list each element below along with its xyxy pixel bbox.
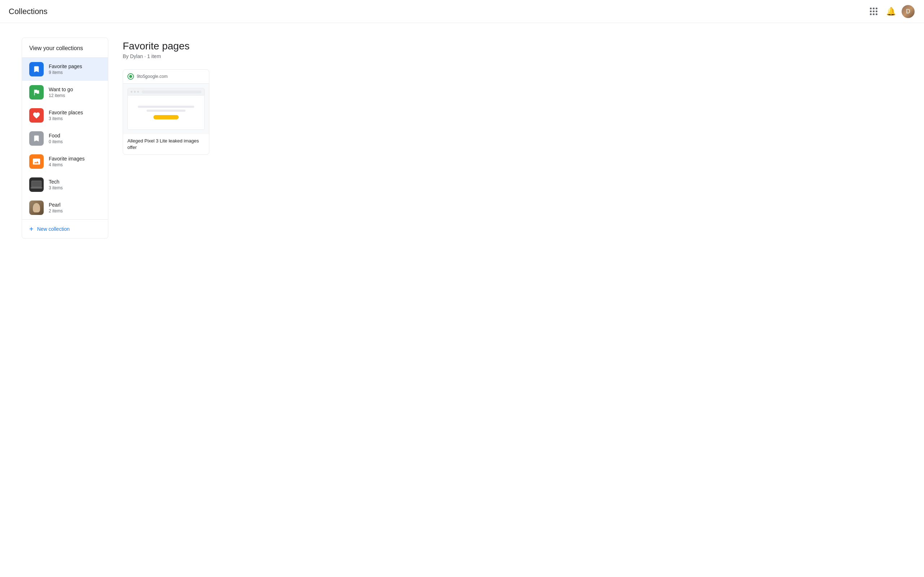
browser-dot-2 xyxy=(134,91,136,93)
collection-icon-food xyxy=(29,131,44,146)
collection-count-favorite-images: 4 items xyxy=(49,162,101,167)
card-caption: Alleged Pixel 3 Lite leaked images offer xyxy=(123,134,209,154)
sidebar: View your collections Favorite pages9 it… xyxy=(22,37,108,239)
sidebar-item-favorite-places[interactable]: Favorite places3 items xyxy=(22,104,108,127)
favicon-dot xyxy=(129,75,132,78)
collection-meta: By Dylan · 1 item xyxy=(123,53,484,59)
browser-url-bar xyxy=(142,90,201,93)
collection-name-favorite-images: Favorite images xyxy=(49,156,101,161)
card-0[interactable]: 9to5google.com Alleged Pixel 3 Lite leak… xyxy=(123,69,209,155)
browser-cta-mock xyxy=(153,115,179,119)
sidebar-item-pearl[interactable]: Pearl2 items xyxy=(22,196,108,219)
new-collection-button[interactable]: + New collection xyxy=(22,219,108,239)
browser-dot-1 xyxy=(131,91,132,93)
notifications-button[interactable]: 🔔 xyxy=(884,4,898,19)
collection-count-favorite-places: 3 items xyxy=(49,116,101,121)
cards-grid: 9to5google.com Alleged Pixel 3 Lite leak… xyxy=(123,69,484,155)
grid-icon xyxy=(870,8,877,15)
collection-icon-favorite-places xyxy=(29,108,44,122)
collection-icon-want-to-go xyxy=(29,85,44,100)
collection-title: Favorite pages xyxy=(123,40,484,52)
collection-count-favorite-pages: 9 items xyxy=(49,70,101,75)
collection-count-food: 0 items xyxy=(49,139,101,144)
card-favicon xyxy=(128,73,134,80)
grid-menu-button[interactable] xyxy=(866,4,881,19)
collection-icon-favorite-images xyxy=(29,154,44,169)
collection-name-food: Food xyxy=(49,133,101,139)
collection-icon-favorite-pages xyxy=(29,62,44,76)
main-layout: View your collections Favorite pages9 it… xyxy=(0,23,505,253)
collection-name-tech: Tech xyxy=(49,179,101,185)
browser-line-1 xyxy=(138,106,195,108)
collection-name-favorite-places: Favorite places xyxy=(49,110,101,115)
browser-mockup xyxy=(128,88,205,130)
sidebar-item-want-to-go[interactable]: Want to go12 items xyxy=(22,81,108,104)
collection-name-pearl: Pearl xyxy=(49,202,101,208)
collection-name-favorite-pages: Favorite pages xyxy=(49,63,101,69)
plus-icon: + xyxy=(29,226,34,233)
content-area: Favorite pages By Dylan · 1 item 9to5goo… xyxy=(123,37,484,239)
header-icons: 🔔 D xyxy=(866,4,915,19)
sidebar-item-tech[interactable]: Tech3 items xyxy=(22,173,108,196)
collection-icon-pearl xyxy=(29,200,44,215)
sidebar-heading: View your collections xyxy=(22,38,108,58)
sidebar-item-food[interactable]: Food0 items xyxy=(22,127,108,150)
collection-icon-tech xyxy=(29,177,44,192)
sidebar-item-favorite-images[interactable]: Favorite images4 items xyxy=(22,150,108,173)
collection-list: Favorite pages9 itemsWant to go12 itemsF… xyxy=(22,58,108,219)
avatar-image: D xyxy=(901,5,914,18)
avatar[interactable]: D xyxy=(901,4,915,19)
bell-icon: 🔔 xyxy=(886,7,896,16)
collection-count-pearl: 2 items xyxy=(49,208,101,213)
card-preview xyxy=(123,84,209,134)
browser-line-2 xyxy=(147,110,186,112)
new-collection-label: New collection xyxy=(37,226,69,232)
browser-dot-3 xyxy=(137,91,139,93)
app-title: Collections xyxy=(9,7,48,16)
card-url: 9to5google.com xyxy=(137,74,168,79)
browser-topbar xyxy=(128,89,204,95)
collection-count-tech: 3 items xyxy=(49,185,101,190)
app-header: Collections 🔔 D xyxy=(0,0,924,23)
card-header-bar: 9to5google.com xyxy=(123,69,209,84)
collection-count-want-to-go: 12 items xyxy=(49,93,101,98)
browser-content xyxy=(128,95,204,129)
sidebar-item-favorite-pages[interactable]: Favorite pages9 items xyxy=(22,58,108,81)
collection-name-want-to-go: Want to go xyxy=(49,87,101,92)
